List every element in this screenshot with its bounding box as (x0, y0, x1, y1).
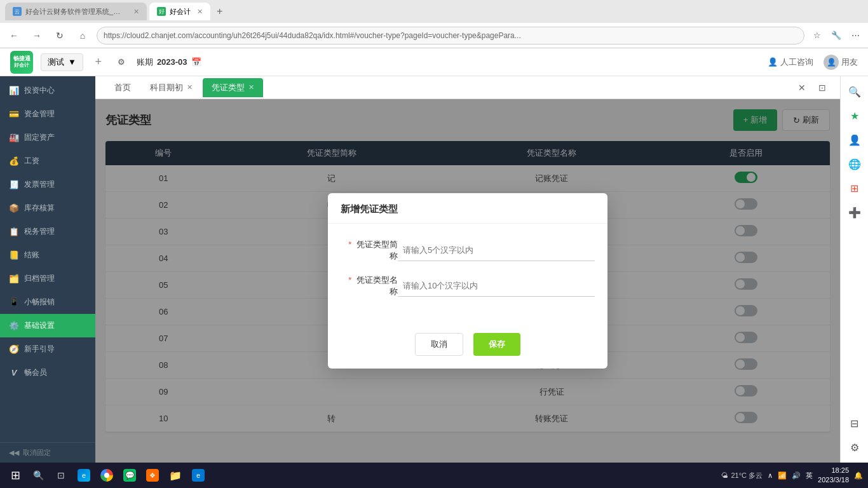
app-logo: 畅捷通 好会计 (10, 51, 33, 74)
period-label: 账期 (137, 57, 153, 68)
notification-icon[interactable]: 🔔 (854, 471, 863, 480)
sidebar-item-xinshou[interactable]: 🧭 新手引导 (0, 337, 95, 361)
logo-subtext: 好会计 (14, 62, 29, 69)
xiaopao-icon: 📱 (9, 297, 19, 308)
tab2-favicon: 好 (157, 7, 166, 16)
sidebar-item-kucun[interactable]: 📦 库存核算 (0, 196, 95, 220)
period-value: 2023-03 (157, 57, 187, 67)
taskbar-multitask[interactable]: ⊡ (51, 465, 71, 485)
taskbar-chrome[interactable] (97, 465, 117, 485)
gongzi-icon: 💰 (9, 156, 19, 166)
sidebar-item-fapiao[interactable]: 🧾 发票管理 (0, 173, 95, 196)
taskbar-search[interactable]: 🔍 (28, 465, 48, 485)
sidebar-item-shuiwu[interactable]: 📋 税务管理 (0, 220, 95, 243)
voucher-tab-label: 凭证类型 (212, 82, 245, 93)
company-selector[interactable]: 测试 ▼ (41, 53, 83, 71)
refresh-button[interactable]: ↻ (51, 27, 69, 44)
edge-icon: e (78, 469, 90, 482)
chevron-up-icon[interactable]: ∧ (768, 471, 773, 480)
right-add-icon[interactable]: ➕ (844, 202, 865, 222)
right-grid-icon[interactable]: ⊞ (844, 178, 865, 198)
sidebar-item-guzhi[interactable]: 🏭 固定资产 (0, 126, 95, 149)
xinshou-icon: 🧭 (9, 344, 19, 355)
sidebar-item-zijin[interactable]: 💳 资金管理 (0, 102, 95, 126)
browser-tab-1[interactable]: 云 好会计云财务软件管理系统_会计 ✕ (5, 3, 147, 20)
voucher-tab-close[interactable]: ✕ (248, 83, 254, 92)
sound-icon: 🔊 (792, 471, 801, 480)
taskbar-folder[interactable]: 📁 (165, 465, 186, 485)
sidebar-item-touzi[interactable]: 📊 投资中心 (0, 79, 95, 102)
forward-button[interactable]: → (28, 27, 46, 44)
sidebar-item-guidang[interactable]: 🗂️ 归档管理 (0, 267, 95, 290)
pin-icon: ◀◀ (9, 449, 19, 457)
page-tab-voucher[interactable]: 凭证类型 ✕ (203, 78, 263, 97)
right-user-icon[interactable]: 👤 (844, 130, 865, 150)
user-avatar: 👤 (824, 55, 839, 70)
minimize-pane-button[interactable]: ✕ (794, 80, 810, 95)
subject-tab-label: 科目期初 (150, 82, 183, 93)
subject-tab-close[interactable]: ✕ (187, 83, 193, 92)
sidebar-item-jichushezhi[interactable]: ⚙️ 基础设置 (0, 314, 95, 337)
right-gear-icon[interactable]: ⚙ (844, 437, 865, 458)
touzi-label: 投资中心 (24, 85, 55, 96)
sidebar-item-jiezhang[interactable]: 📒 结账 (0, 243, 95, 267)
consult-button[interactable]: 👤 人工咨询 (768, 57, 813, 68)
weather-info: 🌤 21°C 多云 (721, 471, 763, 480)
kucun-icon: 📦 (9, 203, 19, 214)
taskbar-app5[interactable]: ❖ (142, 465, 163, 485)
shuiwu-icon: 📋 (9, 227, 19, 237)
save-button[interactable]: 保存 (473, 333, 520, 356)
guzhi-label: 固定资产 (24, 132, 55, 143)
xinshou-label: 新手引导 (24, 344, 55, 355)
jiezhang-icon: 📒 (9, 250, 19, 261)
sidebar-item-huiyuan[interactable]: V 畅会员 (0, 361, 95, 384)
name-input[interactable] (398, 275, 595, 297)
page-tab-subject[interactable]: 科目期初 ✕ (141, 78, 201, 97)
start-button[interactable]: ⊞ (5, 465, 25, 485)
page-tab-nav: 首页 科目期初 ✕ 凭证类型 ✕ ✕ ⊡ (95, 76, 840, 99)
app-container: 畅捷通 好会计 测试 ▼ + ⚙ 账期 2023-03 📅 👤 人工咨询 👤 用… (0, 48, 868, 463)
taskbar-icon6: e (192, 469, 205, 482)
tab1-close[interactable]: ✕ (133, 8, 139, 16)
taskbar-edge[interactable]: e (74, 465, 94, 485)
favorites-icon[interactable]: ☆ (810, 28, 825, 43)
sidebar-footer[interactable]: ◀◀ 取消固定 (0, 442, 95, 463)
right-star-icon[interactable]: ★ (844, 105, 865, 126)
user-button[interactable]: 👤 用友 (824, 55, 858, 70)
back-button[interactable]: ← (5, 27, 23, 44)
new-tab-button[interactable]: + (213, 6, 226, 17)
browser-tab-2[interactable]: 好 好会计 ✕ (149, 3, 210, 20)
zijin-icon: 💳 (9, 109, 19, 119)
right-search-icon[interactable]: 🔍 (844, 81, 865, 102)
company-dropdown-icon: ▼ (68, 57, 76, 67)
dialog-footer: 取消 保存 (328, 325, 607, 369)
sidebar-item-xiaopao[interactable]: 📱 小畅报销 (0, 290, 95, 314)
maximize-pane-button[interactable]: ⊡ (815, 80, 830, 95)
taskbar-wechat[interactable]: 💬 (119, 465, 140, 485)
right-globe-icon[interactable]: 🌐 (844, 154, 865, 174)
weather-text: 21°C 多云 (731, 471, 763, 480)
taskbar-browser2[interactable]: e (188, 465, 208, 485)
home-button[interactable]: ⌂ (74, 27, 92, 44)
tab-controls: ✕ ⊡ (794, 80, 830, 95)
url-input[interactable]: https://cloud2.chanjet.com/accounting/uh… (97, 27, 804, 44)
weather-icon: 🌤 (721, 471, 728, 479)
taskbar-icon5: ❖ (146, 469, 159, 482)
abbr-input[interactable] (398, 240, 595, 261)
clock-date: 2023/3/18 (818, 475, 849, 485)
right-table-icon[interactable]: ⊟ (844, 413, 865, 433)
cancel-button[interactable]: 取消 (415, 333, 463, 356)
tab2-close[interactable]: ✕ (197, 8, 203, 16)
name-required: * (348, 275, 351, 285)
page-tab-home[interactable]: 首页 (105, 78, 140, 97)
browser-toolbar-icons: ☆ 🔧 ⋯ (810, 28, 863, 43)
sidebar: 📊 投资中心 💳 资金管理 🏭 固定资产 💰 工资 🧾 发票管理 (0, 76, 95, 463)
settings-button[interactable]: ⚙ (114, 55, 129, 70)
sidebar-item-gongzi[interactable]: 💰 工资 (0, 149, 95, 173)
extensions-icon[interactable]: 🔧 (829, 28, 844, 43)
chrome-icon (100, 469, 113, 482)
topbar-right: 👤 人工咨询 👤 用友 (768, 55, 858, 70)
settings-icon[interactable]: ⋯ (848, 28, 863, 43)
add-company-button[interactable]: + (91, 55, 106, 70)
address-bar: ← → ↻ ⌂ https://cloud2.chanjet.com/accou… (0, 23, 868, 48)
